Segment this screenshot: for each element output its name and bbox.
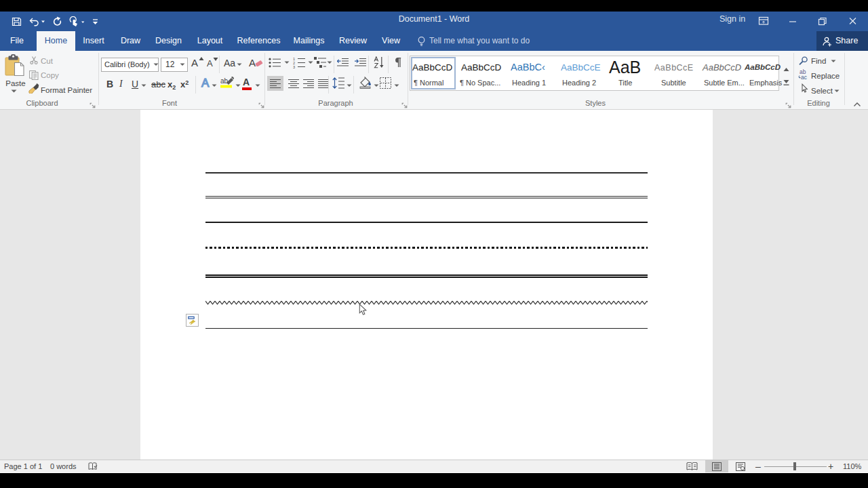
svg-text:3: 3 bbox=[293, 65, 295, 68]
svg-text:ac: ac bbox=[801, 74, 808, 79]
svg-text:ab: ab bbox=[220, 77, 229, 85]
